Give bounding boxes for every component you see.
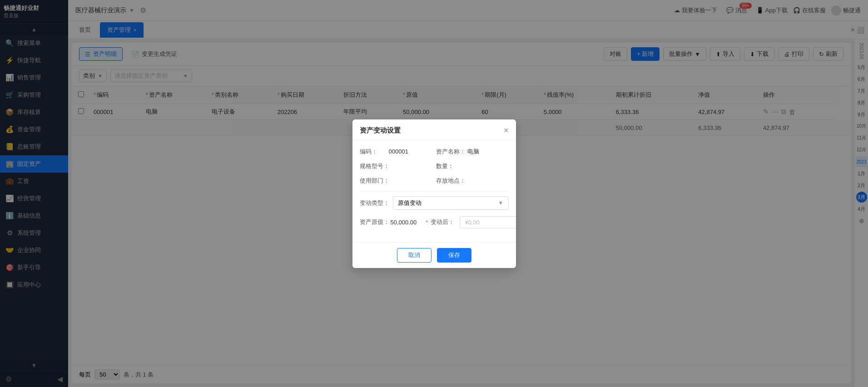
modal-location-field: 存放地点： <box>436 177 509 185</box>
modal-row-2: 规格型号： 数量： <box>360 162 509 170</box>
modal-overlay[interactable]: 资产变动设置 × 编码： 000001 资产名称： 电脑 规格型号： <box>0 0 868 387</box>
save-button[interactable]: 保存 <box>437 248 471 263</box>
after-change-input[interactable] <box>460 216 516 228</box>
modal-change-type-row: 变动类型： 原值变动 ▼ <box>360 196 509 210</box>
modal-header: 资产变动设置 × <box>352 119 516 140</box>
asset-change-modal: 资产变动设置 × 编码： 000001 资产名称： 电脑 规格型号： <box>352 119 516 268</box>
required-star: * <box>426 219 428 226</box>
modal-divider <box>360 191 509 192</box>
modal-spec-field: 规格型号： <box>360 162 432 170</box>
modal-code-field: 编码： 000001 <box>360 148 432 156</box>
chevron-down-icon: ▼ <box>498 200 504 206</box>
modal-close-icon[interactable]: × <box>504 126 509 135</box>
modal-quantity-field: 数量： <box>436 162 509 170</box>
modal-footer: 取消 保存 <box>352 242 516 268</box>
original-value-display: 50,000.00 <box>391 217 417 228</box>
cancel-button[interactable]: 取消 <box>397 248 432 263</box>
modal-body: 编码： 000001 资产名称： 电脑 规格型号： 数量： <box>352 140 516 242</box>
modal-title: 资产变动设置 <box>360 126 401 135</box>
modal-row-3: 使用部门： 存放地点： <box>360 177 509 185</box>
modal-value-row: 资产原值： 50,000.00 * 变动后： <box>360 216 509 228</box>
change-type-select[interactable]: 原值变动 ▼ <box>393 196 509 210</box>
modal-dept-field: 使用部门： <box>360 177 432 185</box>
modal-assetname-field: 资产名称： 电脑 <box>436 148 509 156</box>
modal-row-1: 编码： 000001 资产名称： 电脑 <box>360 148 509 156</box>
